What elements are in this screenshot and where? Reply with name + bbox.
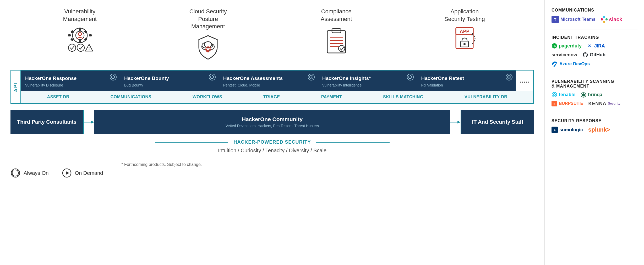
svg-text:T: T (554, 18, 556, 22)
incident-logos-row2: servicenow GitHub (552, 52, 637, 58)
top-icons-row: Vulnerability Management (10, 8, 534, 62)
platform-box: HackerOne Response Vulnerability Disclos… (20, 70, 534, 104)
svg-text:✕: ✕ (588, 44, 591, 48)
product-bounty: HackerOne Bounty Bug Bounty (120, 71, 219, 91)
kenna-label: KENNA (588, 101, 606, 106)
it-security-label: IT And Security Staff (472, 119, 523, 125)
vuln-mgmt-label: Vulnerability Management (63, 8, 97, 23)
api-label-container: API (13, 71, 19, 103)
assessments-title: HackerOne Assessments (223, 75, 314, 82)
kenna-security-label: Security (608, 102, 620, 105)
cloud-sec-label: Cloud Security Posture Management (179, 8, 237, 30)
feature-skills: SKILLS MATCHING (383, 95, 423, 99)
community-subtitle: Vetted Developers, Hackers, Pen Testers,… (226, 124, 319, 128)
slack-icon (601, 16, 608, 23)
vuln-logos-row2: B BURPSUITE KENNA Security (552, 101, 637, 106)
third-party-card: Third Party Consultants (10, 110, 84, 134)
retest-subtitle: Fix Validation (421, 83, 512, 87)
svg-point-61 (552, 92, 557, 97)
svg-point-35 (339, 45, 345, 52)
logo-burpsuite: B BURPSUITE (552, 101, 583, 106)
svg-marker-48 (457, 121, 461, 123)
logo-jira: ✕ JIRA (587, 43, 605, 49)
burpsuite-label: BURPSUITE (559, 101, 583, 106)
incident-logos-row3: Azure DevOps (552, 61, 637, 67)
security-response-logos: ⊕ sumologic splunk> (552, 126, 637, 133)
response-title: HackerOne Response (25, 75, 116, 82)
logo-sumologic: ⊕ sumologic (552, 127, 583, 133)
svg-point-12 (77, 44, 84, 51)
feature-communications: COMMUNICATIONS (111, 95, 151, 99)
hacker-line-left (155, 142, 228, 143)
more-dots: ..... (516, 71, 533, 91)
communications-title: COMMUNICATIONS (552, 8, 637, 13)
community-title: HackerOne Community (242, 116, 303, 122)
main-content: Vulnerability Management (0, 0, 544, 265)
legend: Always On On Demand (10, 168, 103, 178)
icon-app-sec: Application Security Testing APP (436, 8, 493, 54)
sidebar-security-response: SECURITY RESPONSE ⊕ sumologic splunk> (552, 118, 637, 133)
circle-arrows-icon-2 (210, 75, 215, 79)
compliance-label: Compliance Assessment (321, 8, 352, 23)
product-response: HackerOne Response Vulnerability Disclos… (21, 71, 120, 91)
sidebar-vuln-scanning: VULNERABILITY SCANNING & MANAGEMENT tena… (552, 79, 637, 106)
sidebar-incident-tracking: INCIDENT TRACKING PD pagerduty ✕ JIRA (552, 35, 637, 67)
servicenow-label: servicenow (552, 52, 577, 58)
product-assessments: HackerOne Assessments Pentest, Cloud, Mo… (219, 71, 318, 91)
icon-vuln-mgmt: Vulnerability Management (51, 8, 109, 54)
arrow-icon-1 (84, 118, 94, 126)
response-icon (110, 74, 117, 80)
logo-splunk: splunk> (588, 126, 610, 133)
brinqa-icon (581, 92, 586, 98)
hackerone-community-card: HackerOne Community Vetted Developers, H… (94, 110, 450, 134)
bounty-title: HackerOne Bounty (124, 75, 215, 82)
legend-section: Always On On Demand * Forthcoming produc… (10, 160, 534, 178)
svg-marker-42 (311, 76, 312, 78)
divider-1 (552, 30, 637, 30)
splunk-label: splunk> (588, 126, 610, 133)
arrow-right-2 (450, 110, 461, 134)
burp-icon: B (552, 101, 557, 106)
ms-teams-label: Microsoft Teams (560, 17, 596, 22)
svg-rect-4 (68, 34, 71, 36)
hacker-powered-section: HACKER-POWERED SECURITY Intuition / Curi… (10, 139, 534, 154)
svg-text:APP: APP (460, 29, 470, 34)
feature-triage: TRIAGE (263, 95, 280, 99)
bounty-icon (209, 74, 216, 80)
svg-point-62 (553, 94, 555, 96)
logo-ms-teams: T Microsoft Teams (552, 16, 596, 23)
svg-rect-23 (205, 49, 207, 50)
logo-tenable: tenable (552, 92, 575, 98)
svg-marker-64 (582, 93, 585, 96)
security-response-title: SECURITY RESPONSE (552, 118, 637, 123)
bounty-subtitle: Bug Bounty (124, 83, 215, 87)
svg-rect-54 (601, 18, 603, 20)
app-sec-label: Application Security Testing (444, 8, 485, 23)
incident-tracking-title: INCIDENT TRACKING (552, 35, 637, 40)
api-label: API (13, 80, 19, 93)
sidebar-communications: COMMUNICATIONS T Microsoft Teams (552, 8, 637, 23)
svg-rect-55 (603, 16, 605, 18)
logo-github: GitHub (582, 52, 605, 58)
hacker-line-right (316, 142, 390, 143)
azure-icon (552, 61, 558, 67)
logo-servicenow: servicenow (552, 52, 577, 58)
jira-label: JIRA (594, 43, 605, 49)
hacker-line: HACKER-POWERED SECURITY (10, 139, 534, 145)
sumo-icon: ⊕ (552, 127, 558, 133)
products-list: HackerOne Response Vulnerability Disclos… (21, 71, 516, 91)
feature-workflows: WORKFLOWS (193, 95, 222, 99)
pagerduty-icon: PD (552, 43, 557, 49)
divider-2 (552, 74, 637, 74)
arrow-icon-2 (450, 118, 461, 126)
brinqa-label: brinqa (588, 92, 602, 98)
svg-marker-46 (91, 121, 94, 123)
svg-marker-51 (66, 171, 69, 175)
dots-label: ..... (519, 77, 530, 84)
logo-brinqa: brinqa (581, 92, 602, 98)
play-icon-2 (507, 75, 511, 79)
arrow-right-1 (84, 110, 94, 134)
third-party-label: Third Party Consultants (17, 119, 77, 125)
api-wrapper: API HackerOne Response Vulnerabil (10, 70, 534, 104)
insights-subtitle: Vulnerability Intelligence (322, 83, 413, 87)
